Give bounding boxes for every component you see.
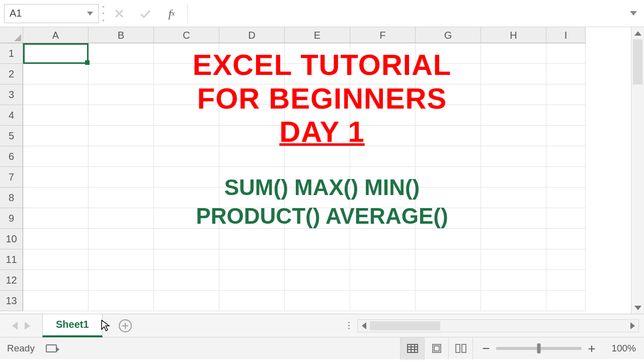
- row-header[interactable]: 7: [0, 167, 23, 188]
- cell[interactable]: [350, 84, 416, 105]
- row-header[interactable]: 12: [0, 270, 23, 291]
- column-header[interactable]: F: [350, 27, 416, 43]
- cell[interactable]: [546, 229, 586, 249]
- cell[interactable]: [89, 167, 154, 188]
- zoom-level[interactable]: 100%: [602, 343, 636, 354]
- cell[interactable]: [546, 105, 586, 126]
- cell[interactable]: [350, 208, 416, 229]
- cell[interactable]: [416, 167, 481, 188]
- cell[interactable]: [350, 188, 416, 208]
- cell[interactable]: [285, 188, 350, 208]
- row-header[interactable]: 1: [0, 43, 23, 64]
- cell[interactable]: [416, 229, 481, 249]
- cell[interactable]: [154, 229, 219, 249]
- horizontal-scrollbar[interactable]: [357, 319, 639, 332]
- cell[interactable]: [89, 43, 154, 64]
- cell[interactable]: [23, 188, 89, 208]
- cell[interactable]: [546, 84, 586, 105]
- cell[interactable]: [350, 270, 416, 291]
- row-header[interactable]: 6: [0, 146, 23, 167]
- cell[interactable]: [89, 126, 154, 146]
- grid[interactable]: A B C D E F G H I 1 2 3 4 5 6 7 8 9 10 1…: [0, 27, 631, 314]
- cell[interactable]: [89, 146, 154, 167]
- cell[interactable]: [350, 146, 416, 167]
- cell[interactable]: [350, 229, 416, 249]
- cell[interactable]: [89, 84, 154, 105]
- cell[interactable]: [416, 84, 481, 105]
- cell[interactable]: [89, 229, 154, 249]
- select-all-corner[interactable]: [0, 27, 23, 43]
- cell[interactable]: [350, 249, 416, 270]
- cell[interactable]: [219, 43, 285, 64]
- expand-formula-bar-icon[interactable]: [630, 11, 637, 16]
- cell[interactable]: [546, 126, 586, 146]
- cell[interactable]: [23, 167, 89, 188]
- cell[interactable]: [546, 43, 586, 64]
- cell[interactable]: [154, 270, 219, 291]
- cell[interactable]: [546, 167, 586, 188]
- cell[interactable]: [350, 105, 416, 126]
- cell[interactable]: [350, 43, 416, 64]
- cell[interactable]: [285, 105, 350, 126]
- cell[interactable]: [481, 249, 546, 270]
- view-page-break-button[interactable]: [448, 337, 472, 359]
- cell[interactable]: [546, 64, 586, 84]
- cell[interactable]: [23, 291, 89, 311]
- cell[interactable]: [285, 43, 350, 64]
- cell[interactable]: [481, 126, 546, 146]
- column-header[interactable]: I: [546, 27, 586, 43]
- column-header[interactable]: E: [285, 27, 350, 43]
- name-box[interactable]: A1: [4, 4, 99, 23]
- row-header[interactable]: 2: [0, 64, 23, 84]
- column-header[interactable]: C: [154, 27, 219, 43]
- cell[interactable]: [154, 146, 219, 167]
- scroll-left-icon[interactable]: [358, 320, 370, 332]
- new-sheet-button[interactable]: [113, 319, 138, 332]
- cell[interactable]: [546, 270, 586, 291]
- cell[interactable]: [481, 229, 546, 249]
- row-header[interactable]: 13: [0, 291, 23, 311]
- cell[interactable]: [416, 249, 481, 270]
- chevron-down-icon[interactable]: [87, 12, 93, 16]
- cell[interactable]: [481, 64, 546, 84]
- cell[interactable]: [23, 208, 89, 229]
- vscroll-track[interactable]: [631, 39, 644, 302]
- cell[interactable]: [546, 249, 586, 270]
- column-header[interactable]: D: [219, 27, 285, 43]
- cell[interactable]: [285, 291, 350, 311]
- cell[interactable]: [154, 84, 219, 105]
- cell[interactable]: [285, 208, 350, 229]
- cell[interactable]: [23, 126, 89, 146]
- row-header[interactable]: 9: [0, 208, 23, 229]
- cell[interactable]: [416, 291, 481, 311]
- tab-prev-icon[interactable]: [12, 322, 18, 330]
- scroll-down-icon[interactable]: [631, 302, 644, 314]
- cell[interactable]: [285, 229, 350, 249]
- cell[interactable]: [154, 43, 219, 64]
- cell[interactable]: [154, 291, 219, 311]
- view-page-layout-button[interactable]: [424, 337, 448, 359]
- cell[interactable]: [416, 64, 481, 84]
- vscroll-thumb[interactable]: [633, 39, 642, 84]
- cell[interactable]: [89, 64, 154, 84]
- cell[interactable]: [350, 64, 416, 84]
- cell[interactable]: [350, 291, 416, 311]
- row-header[interactable]: 10: [0, 229, 23, 249]
- cell[interactable]: [154, 167, 219, 188]
- cell[interactable]: [416, 270, 481, 291]
- cell[interactable]: [219, 64, 285, 84]
- hscroll-thumb[interactable]: [370, 321, 440, 330]
- cell[interactable]: [219, 105, 285, 126]
- cell[interactable]: [154, 64, 219, 84]
- cell[interactable]: [89, 291, 154, 311]
- cell[interactable]: [154, 126, 219, 146]
- cell[interactable]: [416, 105, 481, 126]
- row-header[interactable]: 8: [0, 188, 23, 208]
- formula-input[interactable]: [187, 4, 626, 23]
- cell[interactable]: [89, 270, 154, 291]
- cell[interactable]: [154, 188, 219, 208]
- cell[interactable]: [481, 84, 546, 105]
- cell[interactable]: [285, 249, 350, 270]
- cell[interactable]: [23, 249, 89, 270]
- cell[interactable]: [481, 43, 546, 64]
